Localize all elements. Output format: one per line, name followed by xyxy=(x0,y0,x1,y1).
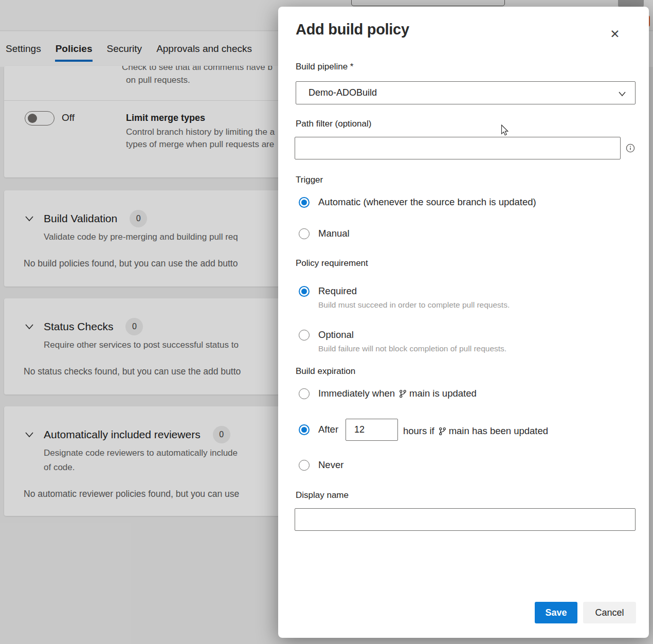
build-pipeline-value: Demo-ADOBuild xyxy=(309,87,377,98)
radio-unselected[interactable] xyxy=(299,330,310,341)
chevron-down-icon xyxy=(618,89,627,98)
expiration-after-option[interactable]: After xyxy=(299,424,338,435)
required-desc: Build must succeed in order to complete … xyxy=(318,300,510,310)
trigger-label: Trigger xyxy=(296,175,323,185)
radio-selected[interactable] xyxy=(299,286,310,297)
add-build-policy-dialog: Add build policy ✕ Build pipeline * Demo… xyxy=(278,7,649,638)
path-filter-input[interactable] xyxy=(295,137,621,159)
radio-selected[interactable] xyxy=(299,424,310,435)
trigger-manual-option[interactable]: Manual xyxy=(299,228,350,239)
trigger-automatic-option[interactable]: Automatic (whenever the source branch is… xyxy=(299,197,536,208)
branch-icon xyxy=(439,427,446,436)
build-pipeline-label: Build pipeline * xyxy=(296,62,353,72)
requirement-required-option[interactable]: Required xyxy=(299,286,357,297)
dialog-title: Add build policy xyxy=(296,21,409,38)
mouse-cursor xyxy=(501,124,510,137)
radio-unselected[interactable] xyxy=(299,228,310,239)
radio-label: Manual xyxy=(318,228,350,239)
build-pipeline-dropdown[interactable]: Demo-ADOBuild xyxy=(296,81,636,104)
close-icon[interactable]: ✕ xyxy=(607,26,623,42)
branch-icon xyxy=(399,389,407,398)
radio-selected[interactable] xyxy=(299,197,310,208)
radio-label: After xyxy=(318,424,338,435)
radio-label: Optional xyxy=(318,329,354,341)
radio-label: Never xyxy=(318,459,343,471)
after-hours-text: hours ifmain has been updated xyxy=(403,425,548,437)
info-icon[interactable] xyxy=(626,144,635,153)
radio-unselected[interactable] xyxy=(299,460,310,471)
optional-desc: Build failure will not block completion … xyxy=(318,344,506,353)
display-name-input[interactable] xyxy=(295,508,636,531)
radio-label: Automatic (whenever the source branch is… xyxy=(318,196,536,208)
expiration-hours-input[interactable] xyxy=(346,419,398,441)
radio-unselected[interactable] xyxy=(299,388,310,399)
save-button[interactable]: Save xyxy=(535,602,577,623)
expiration-immediately-option[interactable]: Immediately whenmain is updated xyxy=(299,388,477,399)
cancel-button[interactable]: Cancel xyxy=(583,602,636,623)
build-expiration-label: Build expiration xyxy=(296,366,355,377)
requirement-optional-option[interactable]: Optional xyxy=(299,330,354,341)
path-filter-label: Path filter (optional) xyxy=(296,119,371,129)
radio-label: Immediately whenmain is updated xyxy=(318,388,477,399)
expiration-never-option[interactable]: Never xyxy=(299,460,343,471)
radio-label: Required xyxy=(318,285,357,297)
display-name-label: Display name xyxy=(296,490,349,500)
policy-requirement-label: Policy requirement xyxy=(296,258,368,269)
